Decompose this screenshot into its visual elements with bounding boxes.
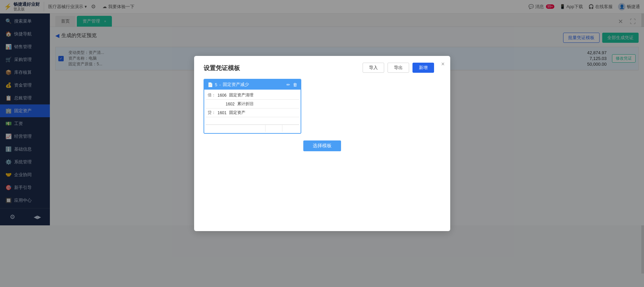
template-card-header: 📄 5 - 固定资产减少 ✏ 🗑 [204, 79, 301, 90]
template-card: 📄 5 - 固定资产减少 ✏ 🗑 [204, 79, 301, 134]
template-number: 5 [215, 82, 217, 87]
import-btn[interactable]: 导入 [363, 63, 384, 73]
template-row-2: 1602 累计折旧 [206, 100, 299, 108]
edit-icon[interactable]: ✏ [286, 82, 290, 87]
grid-cell-2 [266, 125, 282, 132]
grid-cell-1 [206, 125, 266, 132]
modal-actions: 导入 导出 新增 [363, 63, 434, 73]
grid-cell-3 [282, 125, 299, 132]
export-btn[interactable]: 导出 [388, 63, 409, 73]
select-template-btn[interactable]: 选择模板 [303, 140, 341, 151]
row3-code: 1601 [218, 110, 227, 115]
modal-close-btn[interactable]: × [441, 61, 445, 68]
row2-code: 1602 [226, 102, 235, 106]
row1-side: 借： [208, 92, 218, 98]
page-content: ◀ 生成的凭证预览 批量凭证模板 全部生成凭证 ✓ 变动类型：资产清... 资产… [50, 27, 644, 225]
delete-icon[interactable]: 🗑 [293, 82, 297, 87]
new-template-btn[interactable]: 新增 [412, 63, 434, 73]
modal-overlay: 设置凭证模板 导入 导出 新增 × 📄 5 [50, 27, 644, 225]
template-header-icons: ✏ 🗑 [286, 82, 297, 87]
row3-name: 固定资产 [229, 110, 245, 116]
template-row-1: 借： 1606 固定资产清理 [206, 91, 299, 99]
template-grid-row [206, 125, 299, 132]
row2-name: 累计折旧 [237, 101, 253, 107]
template-separator: - [219, 82, 221, 87]
main-area: 🔍 搜索菜单 🏠 快捷导航 📊 销售管理 🛒 采购管理 📦 库存核算 💰 [0, 13, 644, 225]
content-area: 首页 资产管理 × ✕ ⛶ ◀ 生成的凭证预览 批量凭证模板 [50, 13, 644, 225]
template-header-title: 📄 5 - 固定资产减少 [208, 82, 249, 88]
row3-side: 贷： [208, 110, 218, 116]
template-card-body: 借： 1606 固定资产清理 [204, 90, 301, 133]
row1-name: 固定资产清理 [229, 92, 253, 98]
template-empty-row [206, 117, 299, 125]
row1-code: 1606 [218, 93, 227, 98]
template-row-3: 贷： 1601 固定资产 [206, 108, 299, 117]
modal-dialog: 设置凭证模板 导入 导出 新增 × 📄 5 [194, 56, 450, 225]
template-name: 固定资产减少 [223, 82, 249, 88]
template-file-icon: 📄 [208, 82, 213, 87]
